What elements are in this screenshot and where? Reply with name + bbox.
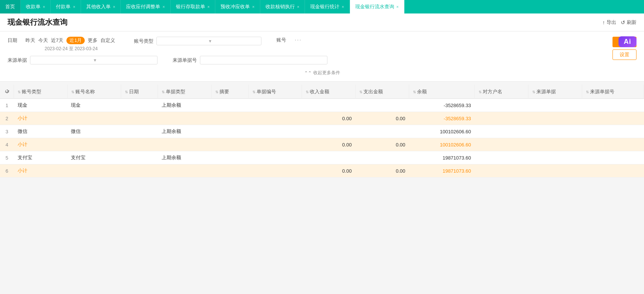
cell-summary — [211, 99, 248, 112]
nav-adjustment[interactable]: 应收应付调整单 × — [121, 0, 170, 13]
cell-account-name: 微信 — [67, 125, 121, 138]
cell-summary — [211, 138, 248, 151]
cell-expense: 0.00 — [356, 164, 409, 178]
source-doc-num-input[interactable] — [200, 56, 327, 64]
nav-statistics-close[interactable]: × — [342, 4, 344, 9]
nav-statistics[interactable]: 现金银行统计 × — [305, 0, 350, 13]
table-wrapper: ⇅账号类型 ⇅账号名称 ⇅日期 ⇅单据类型 ⇅摘要 ⇅单据编号 ⇅收入金额 ⇅支… — [0, 85, 644, 178]
cell-doc-type — [158, 164, 212, 178]
shortcut-more[interactable]: 更多 — [88, 37, 98, 44]
col-expense: ⇅支出金额 — [356, 85, 409, 99]
header-bar: 现金银行流水查询 ↑ 导出 ↺ 刷新 — [0, 13, 644, 31]
page-title: 现金银行流水查询 — [8, 17, 68, 27]
cell-doc-type: 上期余额 — [158, 151, 212, 164]
table-row: 1 现金 现金 上期余额 -3528659.33 — [0, 99, 644, 112]
cell-counterparty — [475, 125, 528, 138]
cell-date — [121, 138, 158, 151]
filter-area: 日期 昨天 今天 近7天 近1月 更多 自定义 2023-02-24 至 202… — [0, 31, 644, 82]
cell-doc-type: 上期余额 — [158, 125, 212, 138]
nav-other-income-close[interactable]: × — [113, 4, 115, 9]
col-doc-type: ⇅单据类型 — [158, 85, 212, 99]
nav-verification[interactable]: 收款核销执行 × — [260, 0, 305, 13]
cell-source-doc — [528, 164, 582, 178]
cell-balance: 19871073.60 — [409, 151, 474, 164]
refresh-button[interactable]: ↺ 刷新 — [621, 19, 636, 26]
source-doc-select[interactable]: ▾ — [30, 56, 158, 64]
nav-flow-query[interactable]: 现金银行流水查询 × — [350, 0, 404, 13]
export-icon: ↑ — [602, 19, 605, 25]
date-range-display: 2023-02-24 至 2023-03-24 — [45, 46, 98, 51]
nav-other-income[interactable]: 其他收入单 × — [81, 0, 121, 13]
cell-income — [302, 99, 356, 112]
cell-source-doc — [528, 151, 582, 164]
shortcut-1month[interactable]: 近1月 — [66, 37, 85, 44]
cell-account-type: 小计 — [14, 112, 68, 125]
account-type-arrow: ▾ — [209, 38, 258, 44]
cell-source-doc-no — [582, 125, 644, 138]
header-actions: ↑ 导出 ↺ 刷新 — [602, 19, 636, 26]
table-row: 6 小计 0.00 0.00 19871073.60 — [0, 164, 644, 178]
cell-source-doc-no — [582, 151, 644, 164]
col-counterparty: ⇅对方户名 — [475, 85, 528, 99]
nav-payment-close[interactable]: × — [73, 4, 75, 9]
col-account-name: ⇅账号名称 — [67, 85, 121, 99]
cell-expense — [356, 151, 409, 164]
nav-flow-query-close[interactable]: × — [396, 4, 399, 9]
col-source-doc: ⇅来源单据 — [528, 85, 582, 99]
cell-account-type: 微信 — [14, 125, 68, 138]
export-button[interactable]: ↑ 导出 — [602, 19, 616, 26]
cell-income: 0.00 — [302, 112, 356, 125]
cell-source-doc-no — [582, 164, 644, 178]
cell-account-name — [67, 138, 121, 151]
account-label: 账号 — [276, 37, 291, 43]
nav-adjustment-close[interactable]: × — [162, 4, 165, 9]
cell-balance: -3528659.33 — [409, 112, 474, 125]
collapse-bar[interactable]: ⌃⌃ 收起更多条件 — [8, 68, 636, 78]
shortcut-today[interactable]: 今天 — [38, 37, 48, 44]
ai-badge[interactable]: Ai — [618, 36, 636, 47]
cell-expense: 0.00 — [356, 138, 409, 151]
nav-bank-deposit-close[interactable]: × — [207, 4, 210, 9]
col-summary: ⇅摘要 — [211, 85, 248, 99]
account-more[interactable]: ··· — [294, 37, 302, 43]
nav-advance[interactable]: 预收冲应收单 × — [215, 0, 260, 13]
cell-account-type: 现金 — [14, 99, 68, 112]
table-row: 3 微信 微信 上期余额 100102606.60 — [0, 125, 644, 138]
cell-expense — [356, 99, 409, 112]
table-row: 5 支付宝 支付宝 上期余额 19871073.60 — [0, 151, 644, 164]
cell-source-doc-no — [582, 138, 644, 151]
nav-advance-close[interactable]: × — [252, 4, 254, 9]
cell-doc-no — [248, 99, 302, 112]
settings-button[interactable]: 设置 — [612, 49, 636, 60]
cell-balance: 19871073.60 — [409, 164, 474, 178]
nav-receipt[interactable]: 收款单 × — [21, 0, 51, 13]
cell-doc-no — [248, 112, 302, 125]
cell-source-doc-no — [582, 112, 644, 125]
cell-account-type: 小计 — [14, 164, 68, 178]
cell-doc-type — [158, 138, 212, 151]
nav-receipt-close[interactable]: × — [43, 4, 45, 9]
cell-doc-no — [248, 138, 302, 151]
nav-home[interactable]: 首页 — [0, 0, 21, 13]
nav-bank-deposit[interactable]: 银行存取款单 × — [171, 0, 215, 13]
source-doc-label: 来源单据 — [8, 57, 27, 64]
cell-num: 5 — [0, 151, 14, 164]
cell-date — [121, 99, 158, 112]
cell-balance: 100102606.60 — [409, 138, 474, 151]
cell-account-type: 支付宝 — [14, 151, 68, 164]
cell-counterparty — [475, 99, 528, 112]
nav-payment[interactable]: 付款单 × — [51, 0, 81, 13]
col-source-doc-no: ⇅来源单据号 — [582, 85, 644, 99]
shortcut-7days[interactable]: 近7天 — [51, 37, 63, 44]
cell-doc-no — [248, 151, 302, 164]
account-type-select[interactable]: ▾ — [156, 37, 261, 45]
nav-verification-close[interactable]: × — [297, 4, 299, 9]
shortcut-yesterday[interactable]: 昨天 — [26, 37, 35, 44]
collapse-arrow: ⌃⌃ — [304, 70, 312, 76]
shortcut-custom[interactable]: 自定义 — [101, 37, 115, 44]
source-doc-arrow: ▾ — [94, 57, 154, 63]
col-gear[interactable] — [0, 85, 14, 99]
date-shortcuts: 昨天 今天 近7天 近1月 更多 自定义 — [26, 37, 115, 44]
cell-account-name — [67, 164, 121, 178]
cell-num: 4 — [0, 138, 14, 151]
